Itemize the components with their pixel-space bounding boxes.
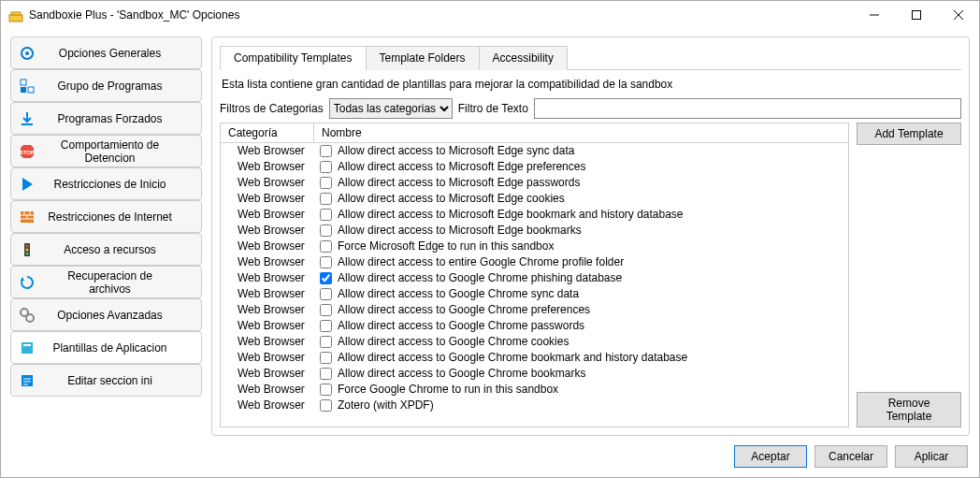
row-name: Force Google Chrome to run in this sandb… (338, 382, 558, 398)
row-category: Web Browser (221, 175, 314, 191)
sidebar-item-forced[interactable]: Programas Forzados (10, 102, 202, 135)
traffic-light-icon (17, 239, 37, 260)
template-table: Categoría Nombre Web BrowserAllow direct… (220, 123, 849, 427)
table-row[interactable]: Web BrowserForce Google Chrome to run in… (221, 382, 848, 398)
row-category: Web Browser (221, 223, 314, 239)
table-row[interactable]: Web BrowserAllow direct access to Google… (221, 302, 848, 318)
sidebar-item-group[interactable]: Grupo de Programas (10, 69, 202, 102)
table-row[interactable]: Web BrowserAllow direct access to Micros… (221, 159, 848, 175)
template-checkbox[interactable] (320, 304, 332, 316)
play-icon (17, 174, 37, 195)
row-name: Allow direct access to Microsoft Edge bo… (338, 223, 582, 239)
col-category[interactable]: Categoría (221, 123, 314, 142)
close-button[interactable] (937, 1, 979, 29)
remove-template-button[interactable]: Remove Template (857, 392, 961, 427)
add-template-button[interactable]: Add Template (857, 123, 961, 145)
svg-point-21 (26, 244, 29, 247)
table-row[interactable]: Web BrowserAllow direct access to Google… (221, 270, 848, 286)
table-row[interactable]: Web BrowserAllow direct access to Google… (221, 286, 848, 302)
tab-accessibility[interactable]: Accessibility (479, 46, 568, 70)
sidebar-item-templates[interactable]: Plantillas de Aplicacion (10, 331, 202, 364)
table-row[interactable]: Web BrowserForce Microsoft Edge to run i… (221, 239, 848, 254)
table-row[interactable]: Web BrowserAllow direct access to Micros… (221, 143, 848, 159)
template-checkbox[interactable] (320, 352, 332, 364)
category-select[interactable]: Todas las categorias (329, 98, 453, 119)
table-row[interactable]: Web BrowserAllow direct access to Google… (221, 318, 848, 334)
table-row[interactable]: Web BrowserAllow direct access to Google… (221, 334, 848, 350)
svg-point-22 (26, 248, 29, 251)
tab-compatibility[interactable]: Compatibility Templates (220, 46, 367, 70)
template-checkbox[interactable] (320, 256, 332, 268)
template-checkbox[interactable] (320, 240, 332, 253)
minimize-button[interactable] (853, 1, 895, 29)
svg-rect-9 (28, 87, 34, 93)
template-checkbox[interactable] (320, 399, 332, 412)
table-row[interactable]: Web BrowserAllow direct access to Micros… (221, 223, 848, 239)
template-checkbox[interactable] (320, 177, 332, 189)
sidebar-item-recovery[interactable]: Recuperacion de archivos (10, 266, 202, 298)
template-checkbox[interactable] (320, 272, 332, 284)
sidebar-item-label: Editar seccion ini (47, 374, 201, 387)
window-title: Sandboxie Plus - 'Sandbox_MC' Opciones (29, 8, 853, 22)
template-checkbox[interactable] (320, 145, 332, 157)
table-body[interactable]: Web BrowserAllow direct access to Micros… (221, 143, 848, 427)
stop-icon: STOP (17, 141, 37, 162)
table-row[interactable]: Web BrowserAllow direct access to Google… (221, 366, 848, 382)
row-category: Web Browser (221, 334, 314, 350)
dialog-footer: Aceptar Cancelar Aplicar (1, 436, 979, 477)
sidebar-item-label: Programas Forzados (47, 112, 201, 125)
table-row[interactable]: Web BrowserAllow direct access to Micros… (221, 175, 848, 191)
row-category: Web Browser (221, 318, 314, 334)
sidebar-item-internet[interactable]: Restricciones de Internet (10, 200, 202, 233)
template-checkbox[interactable] (320, 225, 332, 237)
row-category: Web Browser (221, 143, 314, 159)
row-category: Web Browser (221, 382, 314, 398)
row-name: Allow direct access to Google Chrome coo… (338, 334, 569, 350)
row-name: Allow direct access to Google Chrome boo… (338, 350, 687, 366)
table-row[interactable]: Web BrowserAllow direct access to entire… (221, 254, 848, 270)
maximize-button[interactable] (895, 1, 937, 29)
table-row[interactable]: Web BrowserAllow direct access to Micros… (221, 207, 848, 223)
row-category: Web Browser (221, 270, 314, 286)
sidebar: Opciones Generales Grupo de Programas Pr… (10, 36, 202, 436)
template-checkbox[interactable] (320, 384, 332, 396)
gear-icon (17, 43, 37, 64)
sidebar-item-resources[interactable]: Acceso a recursos (10, 233, 202, 266)
row-name: Zotero (with XPDF) (338, 398, 434, 413)
svg-rect-0 (9, 15, 22, 22)
template-icon (17, 338, 37, 358)
tab-folders[interactable]: Template Folders (366, 46, 480, 70)
table-row[interactable]: Web BrowserAllow direct access to Micros… (221, 191, 848, 207)
row-category: Web Browser (221, 286, 314, 302)
template-checkbox[interactable] (320, 336, 332, 348)
template-checkbox[interactable] (320, 288, 332, 300)
template-checkbox[interactable] (320, 209, 332, 221)
row-name: Allow direct access to Google Chrome boo… (338, 366, 585, 382)
svg-rect-1 (11, 12, 21, 15)
table-row[interactable]: Web BrowserZotero (with XPDF) (221, 398, 848, 413)
template-checkbox[interactable] (320, 320, 332, 332)
apply-button[interactable]: Aplicar (895, 445, 968, 468)
template-checkbox[interactable] (320, 161, 332, 173)
sidebar-item-label: Restricciones de Internet (47, 210, 201, 224)
template-checkbox[interactable] (320, 368, 332, 380)
ok-button[interactable]: Aceptar (734, 445, 807, 468)
cancel-button[interactable]: Cancelar (814, 445, 887, 468)
sidebar-item-stop[interactable]: STOP Comportamiento de Detencion (10, 135, 202, 167)
col-name[interactable]: Nombre (314, 123, 848, 142)
svg-marker-13 (22, 178, 33, 191)
app-icon (8, 7, 23, 22)
sidebar-item-advanced[interactable]: Opciones Avanzadas (10, 298, 202, 331)
row-name: Allow direct access to Microsoft Edge bo… (338, 207, 684, 223)
window: Sandboxie Plus - 'Sandbox_MC' Opciones O… (0, 0, 980, 478)
svg-rect-27 (22, 342, 33, 354)
sidebar-item-start[interactable]: Restricciones de Inicio (10, 167, 202, 200)
table-row[interactable]: Web BrowserAllow direct access to Google… (221, 350, 848, 366)
gears-icon (17, 305, 37, 326)
sidebar-item-label: Recuperacion de archivos (47, 269, 201, 296)
category-filter-label: Filtros de Categorias (220, 102, 324, 115)
sidebar-item-ini[interactable]: Editar seccion ini (10, 364, 202, 397)
template-checkbox[interactable] (320, 193, 332, 205)
text-filter-input[interactable] (534, 98, 961, 119)
sidebar-item-general[interactable]: Opciones Generales (10, 36, 202, 69)
